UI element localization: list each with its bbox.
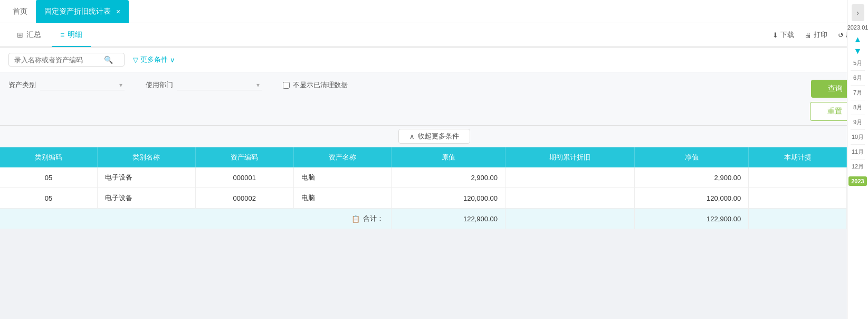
nav-down-btn[interactable]: ▼ (854, 46, 862, 56)
refresh-icon: ↺ (838, 31, 844, 39)
cell-original-value: 120,000.00 (392, 188, 505, 209)
month-item[interactable]: 7月 (851, 86, 865, 100)
print-btn[interactable]: 🖨 打印 (805, 30, 827, 40)
download-label: 下载 (780, 30, 794, 40)
detail-label: 明细 (68, 30, 82, 40)
search-input-wrap: 🔍 (8, 53, 125, 67)
total-label-text: 合计： (363, 214, 384, 223)
total-original-value: 122,900.00 (392, 209, 505, 229)
month-item[interactable]: 10月 (851, 130, 865, 145)
no-cleared-filter: 不显示已清理数据 (283, 80, 348, 90)
nav-up-btn[interactable]: ▲ (854, 35, 862, 44)
dept-select[interactable] (177, 80, 262, 90)
more-conditions-label: 更多条件 (140, 55, 168, 64)
cell-initial-depreciation (505, 188, 635, 209)
col-category-name: 类别名称 (98, 147, 196, 167)
total-label-cell: 📋 合计： (0, 209, 392, 229)
col-net-value: 净值 (635, 147, 749, 167)
search-icon[interactable]: 🔍 (104, 55, 113, 64)
detail-icon: ≡ (60, 31, 64, 39)
cell-asset-name: 电脑 (293, 167, 392, 188)
month-item[interactable]: 11月 (851, 145, 865, 160)
dept-filter: 使用部门 (146, 80, 262, 90)
table-total-row: 📋 合计： 122,900.00 122,900.00 (0, 209, 847, 229)
data-table: 类别编码 类别名称 资产编码 资产名称 原值 期初累计折旧 净值 本期计提 05… (0, 147, 847, 229)
total-initial-depreciation (505, 209, 635, 229)
col-asset-code: 资产编码 (195, 147, 293, 167)
data-table-wrap: 类别编码 类别名称 资产编码 资产名称 原值 期初累计折旧 净值 本期计提 05… (0, 147, 847, 229)
collapse-label: 收起更多条件 (418, 132, 459, 141)
cell-net-value: 120,000.00 (635, 188, 749, 209)
col-current-period: 本期计提 (749, 147, 847, 167)
cell-asset-name: 电脑 (293, 188, 392, 209)
download-icon: ⬇ (772, 31, 778, 39)
no-cleared-label: 不显示已清理数据 (293, 80, 348, 90)
sub-tabs-left: ⊞ 汇总 ≡ 明细 (8, 23, 91, 46)
no-cleared-checkbox[interactable] (283, 82, 290, 89)
print-label: 打印 (814, 30, 827, 40)
cell-category-name: 电子设备 (98, 167, 196, 188)
dept-label: 使用部门 (146, 80, 173, 90)
nav-arrows: ▲ ▼ (854, 35, 862, 56)
month-item[interactable]: 8月 (851, 100, 865, 115)
search-bar: 🔍 ▽ 更多条件 ∨ (0, 48, 868, 72)
filter-area: 资产类别 使用部门 不显示已清理数据 (0, 72, 868, 126)
collapse-btn[interactable]: ∧ 收起更多条件 (398, 129, 470, 144)
cell-current-period (749, 188, 847, 209)
tab-label: 固定资产折旧统计表 (44, 7, 111, 16)
search-input[interactable] (14, 56, 104, 64)
total-net-value: 122,900.00 (635, 209, 749, 229)
filter-icon: ▽ (133, 56, 138, 64)
sub-tabs-bar: ⊞ 汇总 ≡ 明细 ⬇ 下载 🖨 打印 ↺ 刷新 (0, 23, 868, 48)
cell-original-value: 2,900.00 (392, 167, 505, 188)
month-list: 5月6月7月8月9月10月11月12月 (851, 56, 865, 174)
col-initial-depreciation: 期初累计折旧 (505, 147, 635, 167)
asset-type-select[interactable] (40, 80, 125, 90)
table-header-row: 类别编码 类别名称 资产编码 资产名称 原值 期初累计折旧 净值 本期计提 (0, 147, 847, 167)
tab-close-btn[interactable]: × (116, 7, 120, 16)
cell-category-code: 05 (0, 188, 98, 209)
cell-category-name: 电子设备 (98, 188, 196, 209)
asset-type-filter: 资产类别 (8, 80, 125, 90)
cell-net-value: 2,900.00 (635, 167, 749, 188)
collapse-icon: ∧ (409, 133, 415, 140)
right-panel: › 2023.01 ▲ ▼ 5月6月7月8月9月10月11月12月 2023 (847, 0, 868, 319)
total-icon: 📋 (351, 215, 360, 223)
tab-detail[interactable]: ≡ 明细 (52, 24, 91, 47)
more-conditions-btn[interactable]: ▽ 更多条件 ∨ (133, 55, 175, 64)
chevron-down-icon: ∨ (170, 56, 175, 64)
col-category-code: 类别编码 (0, 147, 98, 167)
top-bar: 首页 固定资产折旧统计表 × × (0, 0, 868, 23)
cell-initial-depreciation (505, 167, 635, 188)
cell-current-period (749, 167, 847, 188)
asset-type-label: 资产类别 (8, 80, 36, 90)
col-asset-name: 资产名称 (293, 147, 392, 167)
month-item[interactable]: 12月 (851, 160, 865, 174)
home-link[interactable]: 首页 (8, 7, 32, 16)
tab-summary[interactable]: ⊞ 汇总 (8, 24, 50, 47)
col-original-value: 原值 (392, 147, 505, 167)
year-badge: 2023 (848, 176, 866, 186)
dept-select-wrap (177, 80, 262, 90)
asset-type-select-wrap (40, 80, 125, 90)
month-item[interactable]: 9月 (851, 115, 865, 130)
month-item[interactable]: 6月 (851, 71, 865, 86)
month-item[interactable]: 5月 (851, 56, 865, 71)
table-row: 05 电子设备 000002 电脑 120,000.00 120,000.00 (0, 188, 847, 209)
table-row: 05 电子设备 000001 电脑 2,900.00 2,900.00 (0, 167, 847, 188)
total-current-period (749, 209, 847, 229)
expand-panel-btn[interactable]: › (852, 4, 864, 21)
summary-icon: ⊞ (17, 31, 23, 39)
cell-asset-code: 000001 (195, 167, 293, 188)
cell-asset-code: 000002 (195, 188, 293, 209)
print-icon: 🖨 (805, 31, 812, 39)
cell-category-code: 05 (0, 167, 98, 188)
active-tab[interactable]: 固定资产折旧统计表 × (36, 0, 129, 23)
download-btn[interactable]: ⬇ 下载 (772, 30, 794, 40)
summary-label: 汇总 (26, 30, 41, 40)
date-display: 2023.01 (847, 24, 868, 31)
collapse-bar: ∧ 收起更多条件 (0, 126, 868, 147)
